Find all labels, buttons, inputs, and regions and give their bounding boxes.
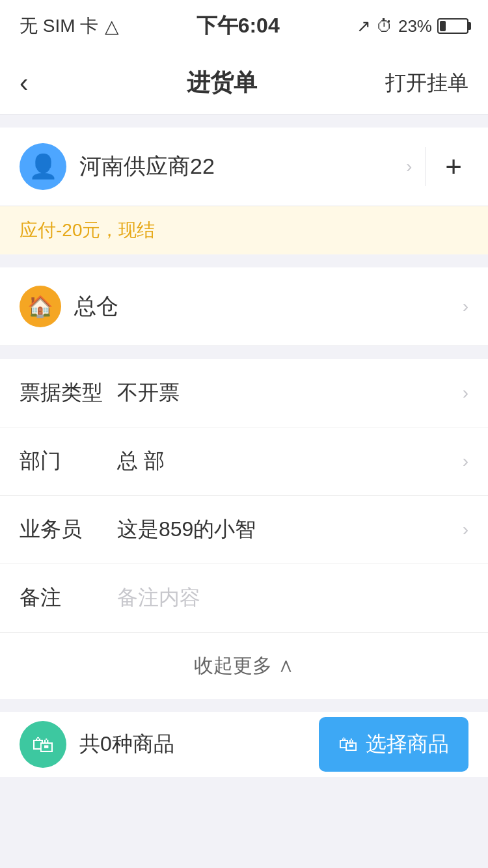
bottom-bar: 🛍 共0种商品 🛍 选择商品 — [0, 712, 488, 777]
product-count: 共0种商品 — [79, 730, 319, 759]
form-section: 票据类型 不开票 › 部门 总 部 › 业务员 这是859的小智 › 备注 备注… — [0, 359, 488, 699]
person-icon: 👤 — [29, 153, 58, 180]
form-row-salesperson[interactable]: 业务员 这是859的小智 › — [0, 496, 488, 564]
select-product-label: 选择商品 — [366, 730, 449, 759]
status-bar: 无 SIM 卡 △ 下午6:04 ↗ ⏱ 23% — [0, 0, 488, 52]
form-key-dept: 部门 — [20, 447, 104, 476]
form-key-remark: 备注 — [20, 584, 104, 612]
supplier-card: 👤 河南供应商22 › + 应付-20元，现结 — [0, 128, 488, 254]
form-value-sales: 这是859的小智 — [104, 515, 463, 544]
location-icon: ↗ — [357, 16, 371, 36]
nav-bar: ‹ 进货单 打开挂单 — [0, 52, 488, 115]
section-divider-3 — [0, 346, 488, 359]
chevron-right-icon-warehouse: › — [463, 296, 468, 317]
house-icon: 🏠 — [27, 294, 53, 319]
status-time: 下午6:04 — [197, 12, 280, 40]
vertical-divider — [425, 147, 426, 186]
page-title: 进货单 — [187, 67, 257, 99]
status-left: 无 SIM 卡 △ — [20, 14, 119, 38]
section-divider-2 — [0, 254, 488, 267]
chevron-right-icon-sales: › — [463, 519, 468, 540]
collapse-button[interactable]: 收起更多 ∧ — [0, 632, 488, 699]
section-divider-1 — [0, 115, 488, 128]
section-divider-4 — [0, 699, 488, 712]
form-key-sales: 业务员 — [20, 515, 104, 544]
chevron-right-icon-invoice: › — [463, 383, 468, 403]
warehouse-icon: 🏠 — [20, 286, 61, 327]
supplier-avatar: 👤 — [20, 143, 66, 190]
open-pending-button[interactable]: 打开挂单 — [385, 69, 468, 98]
select-product-button[interactable]: 🛍 选择商品 — [319, 717, 468, 772]
back-button[interactable]: ‹ — [20, 68, 59, 98]
supplier-name: 河南供应商22 — [79, 152, 406, 182]
form-value-invoice: 不开票 — [104, 379, 463, 407]
carrier-text: 无 SIM 卡 — [20, 14, 98, 38]
battery-icon — [437, 18, 468, 34]
form-row-department[interactable]: 部门 总 部 › — [0, 427, 488, 496]
add-product-icon: 🛍 — [338, 733, 358, 755]
form-row-invoice-type[interactable]: 票据类型 不开票 › — [0, 359, 488, 427]
notice-text: 应付-20元，现结 — [20, 220, 155, 240]
form-key-invoice: 票据类型 — [20, 379, 104, 407]
form-value-remark: 备注内容 — [104, 584, 468, 612]
add-button[interactable]: + — [439, 150, 468, 183]
battery-percent: 23% — [398, 16, 432, 36]
wifi-icon: △ — [105, 16, 119, 37]
warehouse-card: 🏠 总仓 › — [0, 267, 488, 346]
warehouse-row[interactable]: 🏠 总仓 › — [0, 267, 488, 346]
form-row-remark[interactable]: 备注 备注内容 — [0, 564, 488, 632]
cart-icon: 🛍 — [32, 732, 54, 757]
product-icon-wrap: 🛍 — [20, 721, 66, 768]
notice-bar: 应付-20元，现结 — [0, 206, 488, 254]
alarm-icon: ⏱ — [376, 16, 393, 36]
status-right: ↗ ⏱ 23% — [357, 16, 468, 36]
form-value-dept: 总 部 — [104, 447, 463, 476]
supplier-row[interactable]: 👤 河南供应商22 › + — [0, 128, 488, 206]
chevron-right-icon-dept: › — [463, 451, 468, 472]
chevron-right-icon: › — [406, 156, 412, 177]
warehouse-label: 总仓 — [74, 292, 463, 321]
